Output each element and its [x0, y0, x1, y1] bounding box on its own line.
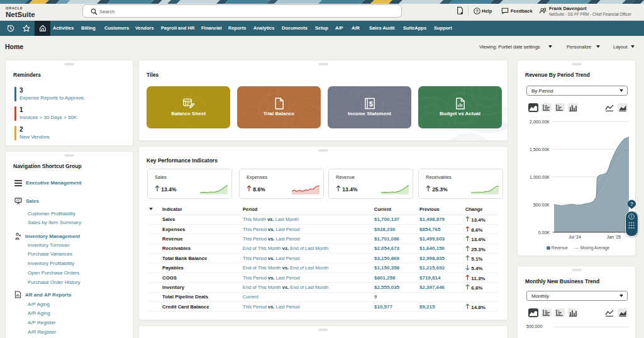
svg-text:2,000.00K: 2,000.00K — [530, 120, 550, 124]
svg-text:?: ? — [630, 201, 633, 207]
svg-text:1,000.00K: 1,000.00K — [530, 175, 550, 179]
svg-text:Jul '24: Jul '24 — [569, 235, 581, 239]
svg-text:1,500.00K: 1,500.00K — [530, 147, 550, 152]
svg-text:Jan '25: Jan '25 — [607, 235, 621, 239]
svg-text:i: i — [631, 214, 632, 218]
svg-text:$: $ — [369, 100, 372, 108]
svg-text:0.00K: 0.00K — [538, 230, 550, 235]
svg-text:500.00K: 500.00K — [533, 203, 550, 207]
svg-text:?: ? — [475, 9, 478, 13]
